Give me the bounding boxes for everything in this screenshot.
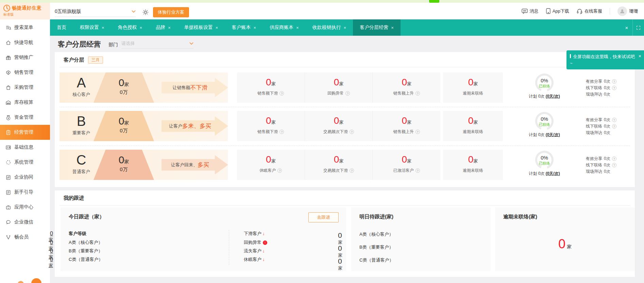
sidebar-item-inventory[interactable]: 库存核算 — [0, 95, 50, 110]
tab-supplier-ledger[interactable]: 供应商账本× — [263, 19, 306, 36]
page-title: 客户分层经营 — [58, 39, 101, 49]
avatar — [617, 6, 627, 16]
tab-permission-settings[interactable]: 权限设置× — [73, 19, 111, 36]
stat-frequency-decline: 0家 交易频次下滑? — [305, 150, 373, 180]
sync-doc-icon — [5, 174, 11, 180]
sidebar-item-operations[interactable]: 经营管理 — [0, 125, 50, 140]
id-card-icon — [5, 145, 11, 150]
sidebar-item-marketing[interactable]: 营销推广 — [0, 50, 50, 65]
close-tab-icon[interactable]: × — [296, 25, 299, 30]
help-icon[interactable]: ? — [277, 168, 282, 173]
help-icon[interactable]: ? — [612, 86, 616, 90]
fullscreen-icon[interactable] — [632, 19, 644, 36]
stat-sales-rise: 0家 销售额上升? — [372, 111, 440, 141]
tab-receipt-writeoff[interactable]: 收款核销执行× — [306, 19, 353, 36]
sidebar-item-search-menu[interactable]: 搜索菜单 — [0, 20, 50, 35]
my-followup-card: 我的跟进 今日跟进（家） 去跟进 客户等级 已联络 未联络! A类（核心客户） … — [55, 190, 635, 277]
close-tab-icon[interactable]: × — [391, 25, 394, 30]
tomorrow-followup-panel: 明日待跟进(家) A类（核心客户） 0家 B类（重要客户） 0家 C类（普通客户… — [351, 207, 491, 271]
divider — [610, 8, 610, 15]
help-icon[interactable]: ? — [612, 118, 616, 122]
brand-logo-icon — [3, 5, 10, 12]
close-tab-icon[interactable]: × — [216, 25, 218, 30]
close-tab-icon[interactable]: × — [102, 25, 104, 30]
dept-select[interactable]: 请选择 — [121, 38, 193, 49]
online-service-button[interactable]: 在线客服 — [577, 8, 602, 14]
sidebar-item-wecom[interactable]: 企业微信 — [0, 215, 50, 230]
help-icon[interactable]: ? — [416, 91, 420, 96]
stat-dormant-customers: 0家 休眠客户? — [237, 150, 305, 180]
go-followup-button[interactable]: 去跟进 — [308, 212, 339, 222]
help-icon[interactable]: ? — [345, 91, 350, 96]
tier-a-block: A 核心客户 0家 0万 让销售额 不下滑 — [60, 72, 228, 103]
alert-count-link[interactable]: 0家 — [49, 257, 53, 268]
tab-customer-ledger[interactable]: 客户账本× — [225, 19, 263, 36]
sidebar-item-sales[interactable]: 销售管理 — [0, 65, 50, 80]
close-tab-icon[interactable]: × — [168, 25, 171, 30]
phone-icon — [546, 8, 550, 14]
help-icon[interactable]: ? — [350, 130, 354, 134]
sidebar-item-funds[interactable]: 资金管理 — [0, 110, 50, 125]
account-selector[interactable]: 0五组旗舰版 — [55, 6, 136, 17]
close-tab-icon[interactable]: × — [344, 25, 346, 30]
gear-icon[interactable] — [142, 9, 149, 16]
trial-plan-button[interactable]: 体验行业方案 — [153, 7, 189, 17]
floating-helper-icon[interactable] — [31, 278, 41, 283]
stat-sales-rise: 0家 销售额上升? — [372, 72, 440, 103]
tab-template-settings[interactable]: 单据模板设置× — [177, 19, 225, 36]
help-icon[interactable]: ? — [612, 156, 616, 161]
gauge-label: 已联络 — [535, 161, 554, 166]
sidebar-item-collaboration[interactable]: 企业协同 — [0, 170, 50, 185]
help-icon[interactable]: ? — [612, 79, 616, 84]
close-toast-icon[interactable]: × — [639, 53, 641, 60]
help-icon[interactable]: ? — [416, 130, 420, 134]
dashed-circle-icon — [5, 160, 11, 165]
close-tab-icon[interactable]: × — [253, 25, 256, 30]
user-menu[interactable]: 珊珊 — [617, 6, 638, 16]
help-icon[interactable]: ? — [416, 168, 420, 173]
plan-link[interactable]: (0天/次) — [546, 171, 560, 176]
sidebar-item-newbie-guide[interactable]: 新手引导 — [0, 185, 50, 200]
toast-bar-icon — [570, 54, 571, 58]
tier-amount: 0万 — [94, 89, 154, 96]
tier-stats: 0家 销售额下滑? 0家 交易频次下滑? 0家 销售额上升? — [237, 111, 440, 141]
app-download-button[interactable]: App下载 — [546, 8, 569, 14]
chat-bubble-icon — [5, 219, 11, 225]
sidebar-item-system[interactable]: 系统管理 — [0, 155, 50, 170]
help-icon[interactable]: ? — [279, 91, 284, 96]
sidebar-item-purchase[interactable]: 采购管理 — [0, 80, 50, 95]
sidebar: 搜索菜单 快捷导航 营销推广 销售管理 采购管理 库存核算 — [0, 19, 50, 283]
sidebar-item-quick-nav[interactable]: 快捷导航 — [0, 35, 50, 50]
sidebar-item-member[interactable]: 畅会员 — [0, 230, 50, 245]
plan-link[interactable]: (0天/次) — [546, 94, 560, 99]
help-icon[interactable]: ? — [612, 163, 616, 167]
help-icon[interactable]: ? — [279, 130, 284, 134]
tab-customer-tiering[interactable]: 客户分层经营× — [353, 19, 401, 36]
sidebar-item-basic-info[interactable]: 基础信息 — [0, 140, 50, 155]
close-all-tabs-icon[interactable]: × — [621, 19, 632, 36]
messages-button[interactable]: 消息 — [522, 8, 539, 14]
divider — [60, 107, 630, 107]
stat-overdue-uncontacted: 0家 逾期未联络 — [443, 150, 503, 180]
col-header-level: 客户等级 — [69, 231, 86, 237]
account-selector-value: 0五组旗舰版 — [55, 9, 81, 15]
tier-stats: 0家 销售额下滑? 0家 回购异常? 0家 销售额上升? — [237, 72, 440, 103]
browser-strip — [0, 0, 644, 3]
stat-sales-decline: 0家 销售额下滑? — [237, 111, 305, 141]
plan-link[interactable]: (0天/次) — [546, 132, 560, 137]
sidebar-item-app-center[interactable]: 应用中心 — [0, 200, 50, 215]
stat-sales-decline: 0家 销售额下滑? — [237, 72, 305, 103]
close-tab-icon[interactable]: × — [140, 25, 142, 30]
home-icon — [5, 40, 11, 46]
contact-gauge: 0% 已联络 计划 0次 (0天/次) — [514, 111, 575, 141]
floating-widget-icon[interactable] — [18, 281, 24, 283]
followup-card-title: 我的跟进 — [64, 195, 84, 201]
tab-home[interactable]: 首页 — [50, 19, 73, 36]
tab-brand[interactable]: 品牌× — [149, 19, 177, 36]
tier-funnel-shape: 0家 0万 — [94, 72, 154, 103]
help-icon[interactable]: ? — [350, 168, 354, 173]
divider — [60, 205, 630, 206]
help-icon[interactable]: ? — [612, 124, 616, 129]
tab-role-authorization[interactable]: 角色授权× — [111, 19, 149, 36]
page-head: 客户分层经营 部门 请选择 — [50, 36, 644, 52]
